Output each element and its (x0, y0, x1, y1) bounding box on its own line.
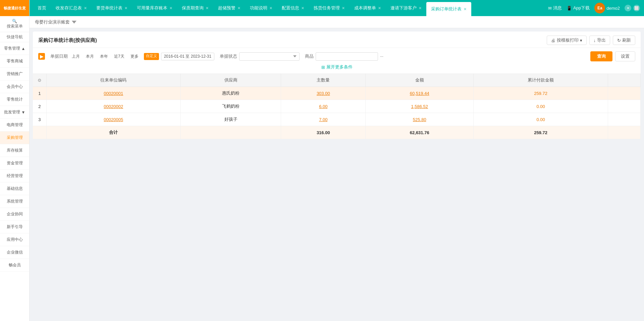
refresh-label: 刷新 (622, 37, 631, 43)
shortcut-last-month[interactable]: 上月 (70, 53, 82, 60)
main-area: 首页 收发存汇总表 ✕ 要货单统计表 ✕ 可用量库存账本 ✕ 保质期查询 ✕ 超… (30, 0, 644, 321)
sidebar-item-retail-mall[interactable]: 零售商城 (0, 55, 29, 68)
close-icon[interactable]: ✕ (419, 6, 422, 10)
sidebar-item-retail-stats[interactable]: 零售统计 (0, 93, 29, 106)
row-index: 3 (33, 113, 46, 126)
status-select[interactable] (239, 52, 300, 61)
tab-home[interactable]: 首页 (33, 0, 51, 16)
appstore-label: 应用中心 (7, 237, 23, 242)
close-window-btn[interactable]: ✕ (625, 5, 631, 11)
tab-picking[interactable]: 拣货任务管理 ✕ (309, 0, 350, 16)
date-filter-label: 单据日期 (50, 53, 68, 59)
ecommerce-label: 电商管理 (7, 122, 23, 127)
app-logo-text: 畅捷通好生意 (4, 6, 26, 11)
sidebar-item-retail-mgmt[interactable]: 零售管理 ▲ (0, 42, 29, 55)
row-code[interactable]: 00020001 (46, 87, 180, 100)
shortcut-more[interactable]: 更多 (128, 53, 141, 60)
sidebar-quicknav[interactable]: 快捷导航 (0, 32, 29, 42)
tab-cost-adjust[interactable]: 成本调整单 ✕ (350, 0, 386, 16)
close-icon[interactable]: ✕ (169, 6, 172, 10)
sidebar-item-purchase[interactable]: 采购管理 (0, 131, 29, 144)
sidebar-item-guide[interactable]: 新手引导 (0, 221, 29, 233)
shortcut-this-month[interactable]: 本月 (84, 53, 96, 60)
close-icon[interactable]: ✕ (237, 6, 240, 10)
expand-arrow-btn[interactable]: ▶ (38, 53, 45, 60)
row-amount[interactable]: 60,519.44 (366, 87, 474, 100)
close-icon[interactable]: ✕ (84, 6, 87, 10)
goods-input[interactable] (316, 52, 378, 61)
marketing-label: 营销推广 (7, 71, 23, 76)
date-from: 2016-01-01 (164, 54, 184, 59)
print-btn[interactable]: 🖨 按模板打印 ▾ (547, 36, 587, 45)
sidebar-item-finance[interactable]: 资金管理 (0, 157, 29, 170)
sidebar-item-member[interactable]: 会员中心 (0, 81, 29, 93)
maximize-btn[interactable]: ⬜ (633, 5, 640, 11)
sidebar-search[interactable]: 🔍 搜索菜单 (0, 16, 29, 32)
row-qty[interactable]: 303.00 (281, 87, 366, 100)
date-shortcuts: 上月 本月 本年 近7天 更多 自定义 (70, 53, 159, 60)
workspace-bar: 母婴行业演示账套 (30, 16, 644, 28)
tab-function[interactable]: 功能说明 ✕ (245, 0, 277, 16)
gear-icon[interactable]: ⚙ (38, 78, 42, 83)
row-amount[interactable]: 1,586.52 (366, 100, 474, 113)
sidebar-item-ecommerce[interactable]: 电商管理 (0, 119, 29, 131)
tab-expiry[interactable]: 保质期查询 ✕ (177, 0, 213, 16)
export-btn[interactable]: ↓ 导出 (589, 36, 610, 45)
row-amount[interactable]: 525.80 (366, 113, 474, 126)
row-qty[interactable]: 7.00 (281, 113, 366, 126)
tab-picking-label: 拣货任务管理 (314, 5, 340, 11)
table-row: 1 00020001 惠氏奶粉 303.00 60,519.44 259.72 (33, 87, 641, 100)
row-paid: 0.00 (474, 100, 608, 113)
tab-overstock[interactable]: 超储预警 ✕ (213, 0, 245, 16)
row-code[interactable]: 00020005 (46, 113, 180, 126)
row-supplier: 飞鹤奶粉 (180, 100, 281, 113)
close-icon[interactable]: ✕ (206, 6, 209, 10)
col-unit-code: 往来单位编码 (46, 74, 180, 87)
sidebar-item-wechat[interactable]: 企业微信 (0, 246, 29, 259)
sidebar-item-ops[interactable]: 经营管理 (0, 170, 29, 182)
refresh-icon: ↻ (617, 38, 621, 43)
user-avatar-btn[interactable]: Ea demo2 (594, 3, 620, 13)
query-btn[interactable]: 查询 (590, 51, 612, 61)
row-qty[interactable]: 6.00 (281, 100, 366, 113)
shortcut-this-year[interactable]: 本年 (98, 53, 110, 60)
date-filter: 单据日期 上月 本月 本年 近7天 更多 自定义 2016-01-01 至 20… (50, 53, 214, 60)
refresh-btn[interactable]: ↻ 刷新 (613, 36, 635, 45)
sidebar-item-wholesale[interactable]: 批发管理 ▼ (0, 106, 29, 119)
filter-row-1: ▶ 单据日期 上月 本月 本年 近7天 更多 自定义 2016-01-01 至 (38, 51, 635, 61)
row-extra (608, 100, 640, 113)
col-supplier: 供应商 (180, 74, 281, 87)
close-icon[interactable]: ✕ (378, 6, 381, 10)
expand-conditions-btn[interactable]: ⊞ 展开更多条件 (321, 64, 353, 70)
app-download-btn[interactable]: 📱 App下载 (567, 5, 590, 11)
sidebar-item-system[interactable]: 系统管理 (0, 195, 29, 208)
settings-btn[interactable]: 设置 (615, 51, 635, 61)
tab-stock-summary[interactable]: 收发存汇总表 ✕ (51, 0, 92, 16)
tab-purchase-stats[interactable]: 采购订单统计表 ✕ (426, 2, 471, 16)
close-active-icon[interactable]: ✕ (464, 7, 467, 11)
tab-order-stats[interactable]: 要货单统计表 ✕ (92, 0, 132, 16)
sidebar-item-enterprise[interactable]: 企业协同 (0, 208, 29, 221)
close-icon[interactable]: ✕ (342, 6, 345, 10)
shortcut-7days[interactable]: 近7天 (112, 53, 126, 60)
sidebar-item-marketing[interactable]: 营销推广 (0, 68, 29, 81)
status-filter-label: 单据状态 (220, 53, 237, 59)
date-range-input[interactable]: 2016-01-01 至 2023-12-31 (161, 53, 214, 60)
sidebar-item-membership[interactable]: 畅会员 (0, 259, 29, 272)
sidebar-item-appstore[interactable]: 应用中心 (0, 233, 29, 246)
workspace-selector[interactable]: 母婴行业演示账套 (35, 19, 76, 25)
sidebar-item-basics[interactable]: 基础信息 (0, 182, 29, 195)
tab-invite[interactable]: 邀请下游客户 ✕ (386, 0, 426, 16)
tab-config[interactable]: 配置信息 ✕ (277, 0, 309, 16)
close-icon[interactable]: ✕ (269, 6, 272, 10)
goods-more-btn[interactable]: ··· (380, 54, 383, 59)
workspace-dropdown-icon (72, 20, 76, 24)
row-code[interactable]: 00020002 (46, 100, 180, 113)
col-extra (608, 74, 640, 87)
sidebar-item-inventory[interactable]: 库存核算 (0, 144, 29, 157)
tab-available-stock[interactable]: 可用量库存账本 ✕ (132, 0, 177, 16)
close-icon[interactable]: ✕ (301, 6, 304, 10)
close-icon[interactable]: ✕ (124, 6, 127, 10)
retail-stats-label: 零售统计 (7, 97, 23, 102)
message-btn[interactable]: ✉ 消息 (548, 5, 562, 11)
